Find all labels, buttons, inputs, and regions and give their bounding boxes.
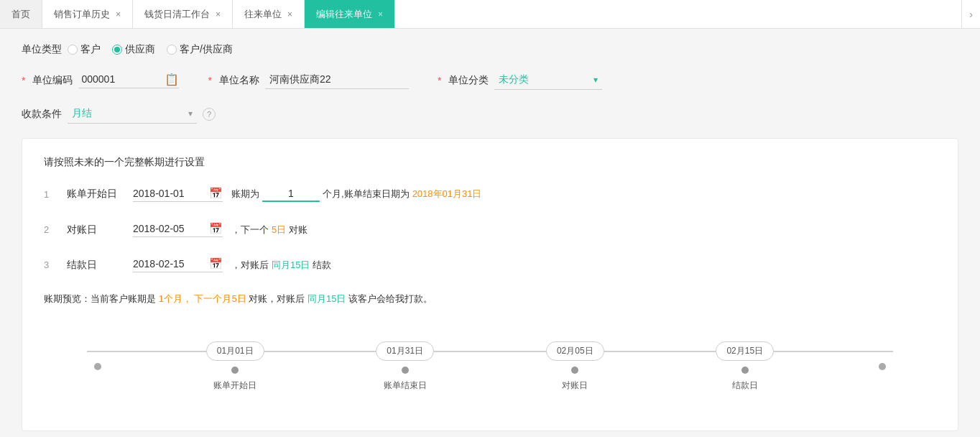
preview-part4: 同月15日: [308, 293, 346, 304]
unit-code-label: 单位编码: [32, 74, 73, 87]
settings-panel: 请按照未来的一个完整帐期进行设置 1 账单开始日 📅 账期为 个月,账单结束日期…: [22, 138, 958, 431]
highlight-3: 同月15日: [272, 259, 310, 272]
tab-cash-work-close[interactable]: ×: [216, 9, 221, 19]
radio-supplier[interactable]: 供应商: [112, 43, 155, 56]
unit-code-star: *: [22, 75, 25, 86]
node-dot-3: [571, 367, 578, 374]
unit-category-star: *: [438, 75, 441, 86]
tab-cash-work-label: 钱货日清工作台: [144, 8, 210, 21]
radio-supplier-label: 供应商: [125, 43, 155, 56]
node-dot-4: [741, 367, 749, 374]
calendar-icon-3[interactable]: 📅: [209, 257, 223, 270]
unit-category-select[interactable]: 未分类 ▾: [494, 70, 602, 90]
unit-type-label: 单位类型: [22, 43, 62, 56]
payment-terms-label: 收款条件: [22, 108, 62, 121]
desc-suffix-1: 个月,账单结束日期为: [323, 188, 410, 201]
desc-suffix-3: 结款: [313, 259, 331, 272]
desc-prefix-2: ，下一个: [231, 224, 269, 236]
setting-row-1: 1 账单开始日 📅 账期为 个月,账单结束日期为 2018年01月31日: [44, 186, 936, 202]
node-label-2: 账单结束日: [384, 380, 427, 392]
unit-category-value: 未分类: [499, 73, 589, 86]
tab-sales-history-close[interactable]: ×: [116, 9, 121, 19]
calendar-icon-1[interactable]: 📅: [209, 187, 223, 200]
tab-partner-close[interactable]: ×: [287, 9, 292, 19]
timeline: 01月01日 账单开始日 01月31日 账单结束日 02月05日 对账日 02月…: [44, 327, 936, 413]
tab-more-arrow[interactable]: ›: [961, 0, 980, 28]
tab-home-label: 首页: [11, 8, 30, 21]
copy-icon[interactable]: 📋: [165, 73, 179, 86]
desc-prefix-3: ，对账后: [231, 259, 269, 272]
preview-text: 账期预览：当前客户账期是 1个月， 下一个月5日 对账，对账后 同月15日 该客…: [44, 293, 936, 305]
preview-part2: 下一个月5日: [194, 293, 246, 304]
radio-customer-circle: [68, 45, 78, 55]
timeline-node-1: 01月01日 账单开始日: [206, 341, 264, 392]
radio-both-label: 客户/供应商: [180, 43, 233, 56]
unit-code-input[interactable]: [78, 72, 165, 86]
main-content: 单位类型 客户 供应商 客户/供应商 * 单位编码: [0, 29, 980, 437]
node-bubble-2: 01月31日: [376, 341, 434, 361]
preview-label: 账期预览：当前客户账期是: [44, 293, 156, 304]
tab-bar: 首页 销售订单历史 × 钱货日清工作台 × 往来单位 × 编辑往来单位 × ›: [0, 0, 980, 29]
row-desc-1: 账期为 个月,账单结束日期为 2018年01月31日: [231, 186, 481, 202]
panel-title: 请按照未来的一个完整帐期进行设置: [44, 156, 936, 169]
unit-category-label: 单位分类: [448, 74, 489, 87]
row-num-1: 1: [44, 189, 58, 200]
highlight-2: 5日: [272, 224, 286, 236]
node-bubble-4: 02月15日: [716, 341, 774, 361]
payment-terms-row: 收款条件 月结 ▾ ?: [22, 104, 958, 124]
desc-suffix-2: 对账: [289, 224, 308, 236]
timeline-end-dot: [879, 363, 886, 370]
tab-partner[interactable]: 往来单位 ×: [233, 0, 305, 28]
preview-part1: 1个月，: [159, 293, 192, 304]
setting-row-2: 2 对账日 📅 ，下一个 5日 对账: [44, 222, 936, 237]
chevron-right-icon: ›: [969, 9, 973, 20]
unit-code-field: * 单位编码 📋: [22, 72, 179, 88]
date-field-2[interactable]: [133, 223, 205, 234]
calendar-icon-2[interactable]: 📅: [209, 222, 223, 235]
row-num-3: 3: [44, 259, 58, 270]
period-input[interactable]: [262, 186, 320, 202]
node-bubble-3: 02月05日: [546, 341, 604, 361]
payment-terms-value: 月结: [72, 107, 184, 120]
tab-home[interactable]: 首页: [0, 0, 42, 28]
unit-name-input[interactable]: [265, 71, 409, 89]
date-input-1: 📅: [133, 187, 223, 202]
tab-edit-partner[interactable]: 编辑往来单位 ×: [305, 0, 395, 28]
desc-prefix-1: 账期为: [231, 188, 259, 201]
help-icon[interactable]: ?: [203, 108, 216, 121]
tab-sales-history[interactable]: 销售订单历史 ×: [42, 0, 133, 28]
row-label-1: 账单开始日: [67, 188, 124, 201]
row-label-3: 结款日: [67, 259, 124, 272]
tab-cash-work[interactable]: 钱货日清工作台 ×: [133, 0, 233, 28]
node-label-4: 结款日: [732, 380, 758, 392]
radio-both[interactable]: 客户/供应商: [167, 43, 233, 56]
date-field-1[interactable]: [133, 188, 205, 199]
timeline-spacer-right: [886, 341, 915, 392]
row-desc-2: ，下一个 5日 对账: [231, 224, 308, 236]
payment-terms-chevron-icon: ▾: [188, 109, 193, 119]
payment-terms-select[interactable]: 月结 ▾: [68, 104, 197, 124]
row-label-2: 对账日: [67, 224, 124, 236]
date-field-3[interactable]: [133, 258, 205, 270]
unit-name-star: *: [208, 75, 211, 86]
preview-part5: 该客户会给我打款。: [348, 293, 433, 304]
timeline-nodes: 01月01日 账单开始日 01月31日 账单结束日 02月05日 对账日 02月…: [65, 341, 915, 392]
radio-supplier-circle: [112, 45, 122, 55]
tab-sales-history-label: 销售订单历史: [54, 8, 110, 21]
unit-name-field: * 单位名称: [208, 71, 408, 89]
preview-part3: 对账，对账后: [249, 293, 305, 304]
radio-customer[interactable]: 客户: [68, 43, 101, 56]
tab-edit-partner-close[interactable]: ×: [378, 9, 383, 19]
timeline-node-2: 01月31日 账单结束日: [376, 341, 434, 392]
setting-row-3: 3 结款日 📅 ，对账后 同月15日 结款: [44, 257, 936, 272]
timeline-spacer-left: [65, 341, 94, 392]
unit-name-label: 单位名称: [219, 74, 259, 87]
date-input-3: 📅: [133, 257, 223, 272]
node-label-3: 对账日: [562, 380, 588, 392]
payment-terms-field: 收款条件 月结 ▾ ?: [22, 104, 216, 124]
node-label-1: 账单开始日: [213, 380, 256, 392]
chevron-down-icon: ▾: [593, 75, 598, 85]
timeline-start-dot: [94, 363, 101, 370]
highlight-date-1: 2018年01月31日: [412, 188, 482, 201]
row-desc-3: ，对账后 同月15日 结款: [231, 259, 331, 272]
